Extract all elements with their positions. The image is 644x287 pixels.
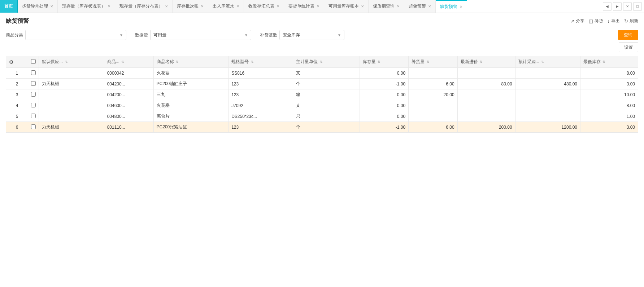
table-header-row: ⚙ 默认供应... ⇅ 商品... ⇅ 商品名称 ⇅ 规格: [6, 56, 638, 68]
tab-available-ledger-close[interactable]: ✕: [361, 4, 364, 8]
row-checkbox-input[interactable]: [31, 124, 36, 129]
row-unit: 个: [293, 79, 360, 89]
row-checkbox[interactable]: [28, 111, 39, 122]
tab-maximize[interactable]: □: [633, 2, 642, 11]
refresh-button[interactable]: ↻ 刷新: [624, 18, 638, 24]
col-replenish-qty[interactable]: 补货量 ⇅: [409, 56, 457, 68]
row-checkbox-input[interactable]: [31, 114, 36, 118]
row-min-stock: 8.00: [580, 68, 638, 79]
data-source-value: 可用量: [153, 32, 166, 38]
gear-icon[interactable]: ⚙: [9, 59, 14, 65]
tab-abnormal-close[interactable]: ✕: [50, 4, 53, 8]
table-row[interactable]: 10000042火花塞SS816支0.008.00: [6, 68, 638, 79]
row-est-purchase: [515, 89, 580, 100]
share-label: 分享: [576, 18, 584, 24]
tab-inventory-status[interactable]: 现存量（库存状况表） ✕: [58, 0, 115, 13]
refresh-icon: ↻: [624, 18, 628, 24]
row-min-stock: 8.00: [580, 100, 638, 111]
tab-batch-account[interactable]: 库存批次账 ✕: [173, 0, 208, 13]
table-row[interactable]: 4004600...火花塞J7092支0.008.00: [6, 100, 638, 111]
tab-abnormal-label: 拣货异常处理: [22, 3, 48, 9]
tab-receive-summary-close[interactable]: ✕: [277, 4, 279, 8]
col-product-name-label: 商品名称: [157, 59, 174, 64]
col-est-purchase-sort-icon: ⇅: [541, 60, 544, 64]
col-checkbox: [28, 56, 39, 68]
tab-overstock[interactable]: 超储预警 ✕: [404, 0, 436, 13]
row-min-stock: 10.00: [580, 89, 638, 100]
tab-batch-account-close[interactable]: ✕: [201, 4, 204, 8]
settings-button[interactable]: 设置: [619, 42, 638, 52]
col-spec[interactable]: 规格型号 ⇅: [229, 56, 293, 68]
refresh-label: 刷新: [630, 18, 638, 24]
row-latest-price: [457, 89, 515, 100]
tab-overstock-close[interactable]: ✕: [428, 4, 431, 8]
select-all-checkbox[interactable]: [31, 59, 36, 64]
row-checkbox-input[interactable]: [31, 81, 36, 86]
tab-in-out-flow-close[interactable]: ✕: [236, 4, 239, 8]
tab-close-all[interactable]: ✕: [623, 2, 632, 11]
tab-shortage-close[interactable]: ✕: [460, 5, 462, 9]
tab-available-ledger[interactable]: 可用量库存账本 ✕: [324, 0, 369, 13]
tab-demand-stat-close[interactable]: ✕: [317, 4, 319, 8]
tab-inventory-dist[interactable]: 现存量（库存分布表） ✕: [115, 0, 173, 13]
col-stock-qty[interactable]: 库存量 ⇅: [360, 56, 408, 68]
row-supplier: [39, 68, 104, 79]
row-checkbox[interactable]: [28, 68, 39, 79]
col-latest-price-sort-icon: ⇅: [480, 60, 483, 64]
query-button[interactable]: 查询: [618, 30, 638, 40]
col-latest-price[interactable]: 最新进价 ⇅: [457, 56, 515, 68]
col-supplier[interactable]: 默认供应... ⇅: [39, 56, 104, 68]
tab-expiry-query[interactable]: 保质期查询 ✕: [369, 0, 404, 13]
tab-inventory-status-close[interactable]: ✕: [108, 4, 110, 8]
replenish-label: 补货: [595, 18, 603, 24]
product-category-select[interactable]: ▼: [25, 30, 126, 40]
tab-receive-summary[interactable]: 收发存汇总表 ✕: [244, 0, 284, 13]
row-latest-price: [457, 111, 515, 122]
data-source-label: 数据源: [135, 32, 148, 38]
col-unit-sort-icon: ⇅: [320, 60, 323, 64]
table-row[interactable]: 6力天机械801110...PC200张紧油缸123个-1.006.00200.…: [6, 122, 638, 133]
tab-inventory-dist-close[interactable]: ✕: [165, 4, 168, 8]
row-checkbox-input[interactable]: [31, 103, 36, 107]
tab-demand-stat[interactable]: 要货单统计表 ✕: [284, 0, 324, 13]
col-unit[interactable]: 主计量单位 ⇅: [293, 56, 360, 68]
table-row[interactable]: 3004200...三九123箱0.0020.0010.00: [6, 89, 638, 100]
row-product-code: 004600...: [104, 100, 153, 111]
data-source-select[interactable]: 可用量 ▼: [150, 30, 251, 40]
tab-in-out-flow[interactable]: 出入库流水 ✕: [208, 0, 244, 13]
tab-inventory-status-label: 现存量（库存状况表）: [62, 3, 105, 9]
col-spec-sort-icon: ⇅: [251, 60, 254, 64]
replenish-base-value: 安全库存: [283, 32, 300, 38]
replenish-button[interactable]: ◫ 补货: [589, 18, 603, 24]
col-min-stock-label: 最低库存: [583, 59, 601, 64]
share-button[interactable]: ↗ 分享: [570, 18, 584, 24]
row-checkbox[interactable]: [28, 79, 39, 89]
col-min-stock[interactable]: 最低库存 ⇅: [580, 56, 638, 68]
row-checkbox[interactable]: [28, 122, 39, 133]
tab-expiry-query-close[interactable]: ✕: [397, 4, 400, 8]
table-row[interactable]: 2力天机械004200...PC200油缸庄子123个-1.006.0080.0…: [6, 79, 638, 89]
row-checkbox[interactable]: [28, 89, 39, 100]
row-replenish-qty: [409, 68, 457, 79]
tab-demand-stat-label: 要货单统计表: [288, 3, 314, 9]
tab-nav-right[interactable]: ▶: [613, 2, 622, 11]
col-est-purchase[interactable]: 预计采购... ⇅: [515, 56, 580, 68]
tab-abnormal[interactable]: 拣货异常处理 ✕: [18, 0, 58, 13]
col-product-code[interactable]: 商品... ⇅: [104, 56, 153, 68]
tab-shortage[interactable]: 缺货预警 ✕: [436, 0, 467, 13]
row-unit: 箱: [293, 89, 360, 100]
export-button[interactable]: ↓ 导出: [608, 18, 620, 24]
row-checkbox-input[interactable]: [31, 70, 36, 75]
row-product-name: 离合片: [153, 111, 229, 122]
col-settings[interactable]: ⚙: [6, 56, 28, 68]
replenish-base-select[interactable]: 安全库存 ▼: [279, 30, 344, 40]
tab-nav-left[interactable]: ◀: [603, 2, 612, 11]
row-product-name: 火花塞: [153, 68, 229, 79]
row-no: 1: [6, 68, 28, 79]
row-checkbox-input[interactable]: [31, 92, 36, 97]
col-product-name[interactable]: 商品名称 ⇅: [153, 56, 229, 68]
table-row[interactable]: 5004800...离合片DS250*23c...只0.001.00: [6, 111, 638, 122]
row-spec: 123: [229, 89, 293, 100]
tab-home[interactable]: 首页: [0, 0, 18, 13]
row-checkbox[interactable]: [28, 100, 39, 111]
